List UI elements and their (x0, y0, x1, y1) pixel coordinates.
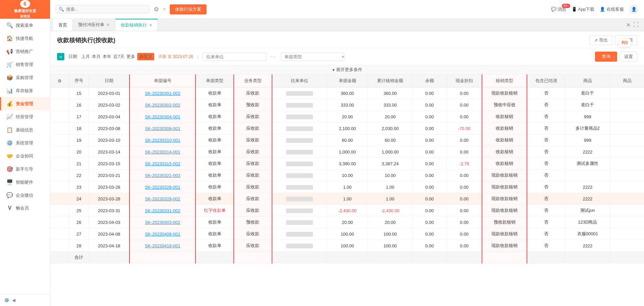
tab-prepayment[interactable]: 预付冲应付单 ✕ (73, 19, 115, 30)
date-option-this-year[interactable]: 本年 (103, 54, 111, 60)
sidebar-item-basic[interactable]: 📋 基础信息 (0, 123, 50, 136)
bill-no-link[interactable]: SK-20230408-001 (129, 228, 196, 240)
sidebar-item-enterprise[interactable]: 🤝 企业协同 (0, 149, 50, 163)
page-title: 收款核销执行(按收款) (57, 36, 590, 44)
table-cell: 27 (69, 228, 89, 240)
table-cell: 0.00 (413, 134, 446, 146)
topbar: 🔍 ⚙ ▾ 体验行业方案 💬 消息 99+ 📱 App下载 👤 在线客服 👤 (50, 0, 644, 19)
table-cell: 0.00 (446, 228, 482, 240)
product-image-cell (610, 193, 644, 205)
date-option-this-month[interactable]: 本月 (92, 54, 101, 60)
bill-no-link[interactable]: SK-20230301-002 (129, 87, 196, 99)
table-cell: 2222 (565, 146, 610, 158)
topbar-search-input[interactable] (66, 7, 147, 12)
tab-prepayment-close[interactable]: ✕ (106, 22, 110, 27)
sidebar-item-system[interactable]: ⚙️ 系统管理 (0, 136, 50, 149)
bill-no-link[interactable]: SK-20230321-003 (129, 170, 196, 181)
th-bill-amount: 单据金额 (327, 74, 368, 87)
table-cell: 20.00 (327, 111, 368, 123)
table-cell: 否 (527, 87, 565, 99)
settings-icon[interactable]: ⚙️ (4, 298, 9, 303)
table-cell: 应收款 (234, 123, 272, 134)
sidebar-item-operation[interactable]: 📈 经营管理 (0, 110, 50, 123)
chevron-down-icon: ▾ (332, 67, 335, 72)
bill-no-link[interactable]: SK-20230328-001 (129, 181, 196, 193)
settings-button[interactable]: 设置 (620, 52, 637, 62)
th-gear[interactable]: ⚙ (50, 74, 69, 87)
table-cell: 应收款 (234, 134, 272, 146)
table-cell: 0.00 (413, 181, 446, 193)
th-biz-type: 业务类型 (234, 74, 272, 87)
expand-more-button[interactable]: ▾ 展开更多条件 (50, 65, 644, 74)
industry-solution-button[interactable]: 体验行业方案 (170, 4, 207, 14)
table-cell: 否 (527, 99, 565, 111)
date-option-more[interactable]: 更多 (126, 54, 135, 60)
table-cell: 否 (527, 123, 565, 134)
partner-cell (272, 87, 327, 99)
bill-no-link[interactable]: SK-20230418-001 (129, 240, 196, 252)
bill-no-link[interactable]: SK-20230314-001 (129, 146, 196, 158)
sidebar-item-shortcuts[interactable]: 🏠 快捷导航 (0, 32, 50, 45)
table-cell: 16 (69, 99, 89, 111)
online-service-button[interactable]: 👤 在线客服 (600, 6, 624, 12)
partner-filter-input[interactable] (203, 53, 266, 61)
table-cell (50, 205, 69, 217)
sidebar-item-label: 经营管理 (16, 114, 33, 120)
rit-text: Rit (619, 38, 631, 47)
sidebar-item-wechat[interactable]: 💬 企业微信 (0, 189, 50, 202)
table-cell: 25 (69, 205, 89, 217)
user-avatar[interactable]: 👤 (629, 5, 639, 14)
table-cell: 收款单 (196, 170, 234, 181)
bill-no-link[interactable]: SK-20230331-002 (129, 205, 196, 217)
gear-icon[interactable]: ⚙ (154, 6, 159, 13)
query-button[interactable]: 查询 (595, 52, 617, 62)
collapse-icon[interactable]: ◀ (12, 298, 15, 303)
tab-close-icon[interactable]: ✕ (626, 22, 631, 28)
bill-no-link[interactable]: SK-20230304-001 (129, 111, 196, 123)
sidebar-item-inventory[interactable]: 📊 库存核算 (0, 84, 50, 97)
sidebar-item-search[interactable]: 🔍 搜索菜单 (0, 19, 50, 32)
sidebar-item-guide[interactable]: 🎯 新手引导 (0, 163, 50, 176)
th-bill-type: 单据类型 (196, 74, 234, 87)
sidebar-item-marketing[interactable]: 📢 营销推广 (0, 45, 50, 58)
table-cell: 老白干 (565, 99, 610, 111)
system-icon: ⚙️ (6, 140, 13, 146)
sidebar-item-label: 企业微信 (16, 192, 33, 198)
bill-no-link[interactable]: SK-20230310-001 (129, 134, 196, 146)
sidebar-item-sales[interactable]: 🛒 销售管理 (0, 58, 50, 71)
date-option-last-month[interactable]: 上月 (81, 54, 90, 60)
table-cell: 现款收款核销 (482, 228, 527, 240)
table-cell: 2023-03-02 (89, 99, 129, 111)
date-custom-button[interactable]: 自定义 (137, 53, 154, 60)
table-cell: 多计量商品2 (565, 123, 610, 134)
sidebar-item-member[interactable]: V 畅会员 (0, 202, 50, 215)
app-download-button[interactable]: 📱 App下载 (572, 6, 594, 12)
gear-settings-icon[interactable]: ⚙ (58, 78, 62, 83)
export-button[interactable]: ↗ 导出 (590, 35, 612, 45)
filter-dots[interactable]: ··· (270, 54, 277, 60)
tabbar: 首页 预付冲应付单 ✕ 收款核销执行 ✕ ✕ ⛶ (50, 19, 644, 31)
bill-no-link[interactable]: SK-20230315-002 (129, 158, 196, 170)
sidebar-item-finance[interactable]: 💰 资金管理 (0, 97, 50, 110)
bill-no-link[interactable]: SK-20230328-002 (129, 193, 196, 205)
sidebar-item-purchase[interactable]: 📦 采购管理 (0, 71, 50, 84)
table-row: 242023-03-28SK-20230328-002收款单应收款1.001.0… (50, 193, 644, 205)
sidebar-item-label: 资金管理 (16, 101, 33, 107)
bill-no-link[interactable]: SK-20230308-001 (129, 123, 196, 134)
bill-no-link[interactable]: SK-20230302-002 (129, 99, 196, 111)
tab-collection[interactable]: 收款核销执行 ✕ (115, 19, 158, 31)
bill-type-filter-input[interactable] (281, 53, 344, 61)
table-container[interactable]: ⚙ 序号 日期 单据编号 单据类型 业务类型 往来单位 单据金额 累计 (50, 74, 644, 306)
tab-maximize-icon[interactable]: ⛶ (633, 22, 639, 28)
bill-no-link[interactable]: SK-20230403-002 (129, 217, 196, 228)
date-option-7days[interactable]: 近7天 (113, 54, 124, 60)
sidebar-item-hardware[interactable]: 🖥️ 智能硬件 (0, 176, 50, 189)
topbar-search-icon: 🔍 (59, 7, 64, 12)
partner-cell (272, 240, 327, 252)
filter-toggle-button[interactable]: » (57, 53, 64, 60)
table-cell: 否 (527, 134, 565, 146)
table-cell: 收款核销 (482, 134, 527, 146)
messages-button[interactable]: 💬 消息 99+ (551, 6, 567, 12)
tab-home[interactable]: 首页 (53, 19, 73, 31)
tab-collection-close[interactable]: ✕ (149, 23, 152, 27)
